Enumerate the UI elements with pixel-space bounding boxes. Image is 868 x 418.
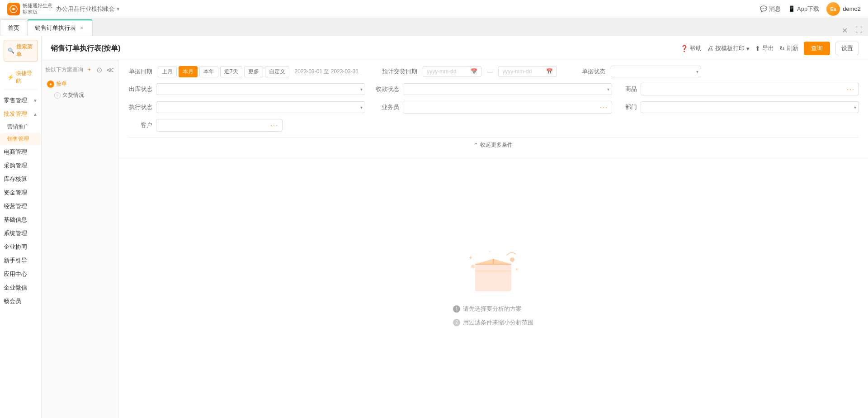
empty-step-2-text: 用过滤条件来缩小分析范围	[463, 317, 533, 328]
plan-circle-button[interactable]: ⊙	[94, 65, 104, 74]
sidebar-item-guide[interactable]: 新手引导	[0, 254, 41, 267]
sidebar-item-quick-nav[interactable]: ⚡ 快捷导航	[4, 67, 38, 88]
date-range-display: 2023-03-01 至 2023-03-31	[295, 68, 359, 76]
empty-text: 1 请先选择要分析的方案 2 用过滤条件来缩小分析范围	[453, 303, 533, 330]
collapse-filters-button[interactable]: ⌃ 收起更多条件	[127, 137, 859, 152]
sidebar-item-inventory[interactable]: 库存核算	[0, 172, 41, 186]
forecast-date-end-icon: 📅	[546, 68, 553, 75]
date-btn-this-month[interactable]: 本月	[179, 66, 198, 77]
sidebar-item-retail[interactable]: 零售管理 ▼	[0, 94, 41, 107]
tab-home-label: 首页	[8, 24, 19, 32]
forecast-date-start-icon: 📅	[471, 68, 477, 75]
product-input[interactable]: ···	[641, 83, 859, 95]
customer-dots: ···	[270, 122, 278, 129]
tab-expand-window-button[interactable]: ⛶	[854, 25, 864, 36]
search-menu-button[interactable]: 🔍 搜索菜单	[4, 40, 38, 62]
tab-sales-order[interactable]: 销售订单执行表 ×	[27, 19, 93, 36]
retail-expand-icon: ▼	[33, 98, 38, 103]
sidebar-item-enterprise[interactable]: 企业协同	[0, 240, 41, 254]
help-button[interactable]: ❓ 帮助	[680, 44, 702, 52]
sidebar-item-ecommerce[interactable]: 电商管理	[0, 145, 41, 159]
quick-nav-icon: ⚡	[7, 74, 14, 81]
quick-nav-label: 快捷导航	[16, 70, 34, 85]
plan-item-label: 按单	[56, 80, 67, 88]
empty-state: ✦ ✦ ⋆ 1 请先选择要分析的方案 2	[118, 158, 868, 418]
customer-input[interactable]: ···	[156, 119, 283, 132]
sidebar-item-basic-info[interactable]: 基础信息	[0, 213, 41, 227]
sidebar-item-membership[interactable]: 畅会员	[0, 294, 41, 308]
message-icon: 💬	[760, 5, 767, 12]
exec-status-label: 执行状态	[127, 103, 152, 111]
forecast-date-start-text: yyyy-mm-dd	[427, 68, 456, 75]
query-button[interactable]: 查询	[804, 42, 830, 55]
plan-collapse-button[interactable]: ≪	[105, 65, 114, 74]
sidebar-item-wechat[interactable]: 企业微信	[0, 281, 41, 294]
sidebar-group-retail: 零售管理 ▼	[0, 94, 41, 107]
plan-item-icon: ●	[47, 81, 54, 88]
sidebar-item-finance[interactable]: 资金管理	[0, 186, 41, 200]
plan-panel-title: 按以下方案查询	[45, 66, 84, 74]
tab-home[interactable]: 首页	[0, 19, 27, 36]
plan-item-sub[interactable]: ○ 欠货情况	[45, 90, 114, 101]
logo-area: 畅捷通好生意 标准版	[7, 3, 52, 15]
salesperson-label: 业务员	[374, 103, 399, 111]
print-label: 按模板打印	[715, 44, 745, 52]
print-button[interactable]: 🖨 按模板打印 ▾	[707, 44, 750, 52]
sidebar-item-app-center[interactable]: 应用中心	[0, 267, 41, 281]
tab-close-button[interactable]: ×	[79, 25, 85, 31]
user-area[interactable]: Ea demo2	[826, 2, 861, 16]
export-label: 导出	[762, 44, 774, 52]
doc-status-select-wrap: ▾	[611, 66, 701, 77]
doc-status-select[interactable]	[611, 66, 701, 77]
date-btn-more[interactable]: 更多	[244, 66, 263, 77]
sidebar-item-sales[interactable]: 销售管理	[0, 133, 41, 145]
refresh-label: 刷新	[787, 44, 798, 52]
exec-status-select[interactable]	[156, 101, 365, 113]
out-status-select[interactable]	[156, 83, 365, 95]
dept-select[interactable]	[641, 101, 859, 113]
app-label: App下载	[797, 5, 819, 13]
filter-cell-out-status: 出库状态 ▾	[127, 83, 365, 95]
exec-wrap: ▾	[156, 101, 365, 113]
date-btn-last-month[interactable]: 上月	[158, 66, 177, 77]
collapse-icon: ⌃	[474, 142, 478, 148]
filter-and-result: 单据日期 上月 本月 本年 近7天 更多 自定义 2023-03-01 至 20…	[118, 60, 868, 418]
tab-bar-actions: ✕ ⛶	[835, 25, 868, 36]
salesperson-input[interactable]: ···	[403, 101, 612, 114]
refresh-button[interactable]: ↻ 刷新	[779, 44, 798, 52]
message-button[interactable]: 💬 消息	[760, 5, 781, 13]
settings-button[interactable]: 设置	[835, 42, 859, 55]
app-download-button[interactable]: 📱 App下载	[788, 5, 819, 13]
plan-add-button[interactable]: +	[86, 65, 93, 75]
forecast-date-end[interactable]: yyyy-mm-dd 📅	[498, 66, 557, 77]
sidebar-item-operations[interactable]: 经营管理	[0, 200, 41, 213]
forecast-date-start[interactable]: yyyy-mm-dd 📅	[423, 66, 481, 77]
avatar: Ea	[826, 2, 840, 16]
collection-status-select[interactable]	[403, 83, 612, 95]
plan-item-main[interactable]: ● 按单	[45, 78, 114, 90]
filter-cell-product: 商品 ···	[621, 83, 859, 95]
message-label: 消息	[769, 5, 781, 13]
filter-area: 单据日期 上月 本月 本年 近7天 更多 自定义 2023-03-01 至 20…	[118, 60, 868, 158]
breadcrumb-text: 办公用品行业模拟账套	[56, 5, 115, 13]
tab-close-window-button[interactable]: ✕	[839, 25, 850, 36]
date-btn-custom[interactable]: 自定义	[265, 66, 289, 77]
date-btn-this-year[interactable]: 本年	[199, 66, 218, 77]
product-label: 商品	[621, 85, 637, 93]
svg-rect-1	[475, 264, 511, 291]
sidebar-item-marketing[interactable]: 营销推广	[0, 121, 41, 133]
export-icon: ⬆	[755, 45, 760, 52]
plan-add-icon: +	[88, 66, 91, 73]
svg-text:✦: ✦	[468, 255, 473, 261]
filter-row-2: 出库状态 ▾ 收款状态	[127, 83, 859, 95]
sidebar-item-wholesale[interactable]: 批发管理 ▲	[0, 107, 41, 121]
app-icon: 📱	[788, 5, 795, 12]
date-btn-7days[interactable]: 近7天	[220, 66, 242, 77]
filter-cell-dept: 部门 ▾	[621, 101, 859, 114]
sidebar-item-system[interactable]: 系统管理	[0, 227, 41, 240]
sidebar-item-purchase[interactable]: 采购管理	[0, 159, 41, 172]
export-button[interactable]: ⬆ 导出	[755, 44, 774, 52]
filter-cell-collection: 收款状态 ▾	[374, 83, 612, 95]
breadcrumb-dropdown-icon[interactable]: ▾	[117, 5, 120, 12]
content-with-plan: 按以下方案查询 + ⊙ ≪ ● 按单 ○ 欠货情况	[42, 60, 868, 418]
